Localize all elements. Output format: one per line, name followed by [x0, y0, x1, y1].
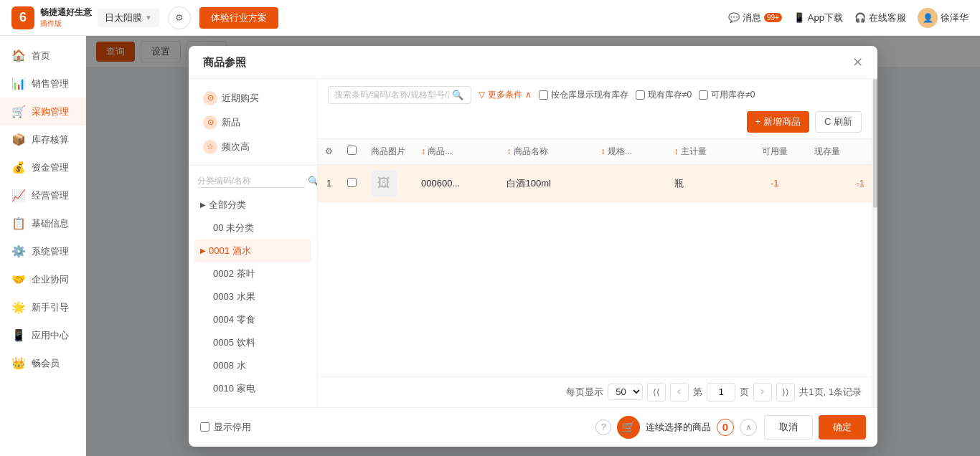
sidebar-item-finance[interactable]: 💰 资金管理 [0, 153, 85, 181]
more-filter-button[interactable]: ▽ 更多条件 ∧ [479, 89, 532, 101]
sidebar-item-system[interactable]: ⚙️ 系统管理 [0, 237, 85, 265]
pagination-bar: 每页显示 50 ⟨⟨ ﹤ 第 页 ﹥ ⟩⟩ 共1页, 1条记录 [318, 376, 872, 407]
basic-info-icon: 📋 [11, 217, 26, 230]
sidebar-item-basic-info[interactable]: 📋 基础信息 [0, 209, 85, 237]
col-spec: ↕ 规格... [594, 139, 667, 165]
customer-service-button[interactable]: 🎧 在线客服 [854, 11, 906, 24]
sidebar-item-label: 基础信息 [32, 217, 69, 230]
first-page-button[interactable]: ⟨⟨ [647, 383, 666, 402]
table-header-row: ⚙ 商品图片 ↕ 商品... [318, 139, 872, 165]
modal-scrollbar[interactable] [872, 79, 877, 407]
page-number-input[interactable] [707, 383, 735, 402]
sidebar-item-label: 采购管理 [32, 105, 69, 118]
page-label: 第 [693, 386, 702, 399]
sidebar-item-inventory[interactable]: 📦 库存核算 [0, 125, 85, 153]
product-search-box: 🔍 [328, 86, 471, 104]
modal-close-button[interactable]: ✕ [852, 56, 863, 69]
cat-0001-wine[interactable]: ▶ 0001 酒水 [194, 239, 311, 262]
sidebar-item-label: 经营管理 [32, 189, 69, 202]
cat-00-uncategorized[interactable]: 00 未分类 [194, 217, 311, 239]
filter-available-not-zero[interactable]: 可用库存≠0 [699, 89, 755, 101]
cat-0002-tea[interactable]: 0002 茶叶 [194, 262, 311, 285]
cancel-button[interactable]: 取消 [764, 415, 813, 440]
sales-icon: 📊 [11, 77, 26, 90]
footer-actions: 取消 确定 [764, 415, 866, 440]
header-right: 💬 消息 99+ 📱 App下载 🎧 在线客服 👤 徐泽华 [728, 8, 969, 28]
sidebar-item-guide[interactable]: 🌟 新手引导 [0, 293, 85, 321]
category-search-icon[interactable]: 🔍 [308, 176, 318, 186]
row-checkbox[interactable] [347, 178, 357, 187]
col-name: ↕ 商品名称 [499, 139, 593, 165]
category-search-input[interactable] [197, 174, 305, 188]
sidebar-item-enterprise[interactable]: 🤝 企业协同 [0, 265, 85, 293]
product-main-panel: 🔍 ▽ 更多条件 ∧ 按仓库显示现有库存 [318, 79, 872, 407]
sidebar-item-apps[interactable]: 📱 应用中心 [0, 321, 85, 349]
cat-0004-snack[interactable]: 0004 零食 [194, 308, 311, 331]
add-product-button[interactable]: + 新增商品 [747, 111, 809, 133]
row-stock-cell: -1 [807, 164, 872, 202]
product-thumbnail: 🖼 [371, 171, 397, 196]
product-search-icon[interactable]: 🔍 [452, 90, 463, 100]
sidebar-item-home[interactable]: 🏠 首页 [0, 42, 85, 70]
cart-collapse-button[interactable]: ∧ [740, 419, 757, 436]
cat-0003-fruit[interactable]: 0003 水果 [194, 285, 311, 308]
apps-icon: 📱 [11, 328, 26, 342]
cat-quick-new[interactable]: ⊙ 新品 [197, 110, 308, 135]
finance-icon: 💰 [11, 161, 26, 174]
warehouse-checkbox[interactable] [539, 90, 548, 100]
sidebar-item-operations[interactable]: 📈 经营管理 [0, 181, 85, 209]
store-selector[interactable]: 日太阳膜 ▼ [98, 9, 159, 27]
cat-quick-frequent[interactable]: ☆ 频次高 [197, 135, 308, 159]
settings-icon[interactable]: ⚙ [168, 6, 191, 29]
row-spec-cell [594, 164, 667, 202]
refresh-button[interactable]: C 刷新 [815, 111, 862, 133]
table-row[interactable]: 1 🖼 000600... [318, 164, 872, 202]
show-disabled-label[interactable]: 显示停用 [200, 421, 251, 434]
cat-all[interactable]: ▶ 全部分类 [194, 194, 311, 217]
next-page-button[interactable]: ﹥ [753, 383, 772, 402]
sidebar-item-label: 畅会员 [32, 357, 60, 370]
page-suffix-label: 页 [740, 386, 749, 399]
app-download-button[interactable]: 📱 App下载 [793, 11, 843, 24]
row-name-cell: 白酒100ml [499, 164, 593, 202]
sidebar-item-member[interactable]: 👑 畅会员 [0, 349, 85, 377]
show-disabled-checkbox[interactable] [200, 422, 209, 432]
trial-button[interactable]: 体验行业方案 [199, 7, 278, 29]
row-checkbox-cell [340, 164, 364, 202]
user-profile[interactable]: 👤 徐泽华 [918, 8, 969, 28]
product-search-input[interactable] [334, 90, 449, 100]
member-icon: 👑 [11, 356, 26, 370]
headset-icon: 🎧 [854, 12, 866, 23]
prev-page-button[interactable]: ﹤ [670, 383, 689, 402]
available-not-zero-checkbox[interactable] [699, 90, 708, 100]
top-header: 6 畅捷通好生意 插件版 日太阳膜 ▼ ⚙ 体验行业方案 💬 消息 99+ 📱 … [0, 0, 980, 36]
cat-quick-recent[interactable]: ⊙ 近期购买 [197, 86, 308, 110]
recent-icon: ⊙ [203, 91, 217, 105]
row-code-cell: 000600... [414, 164, 499, 202]
sidebar-collapse-button[interactable]: 《 [317, 229, 318, 257]
select-all-checkbox[interactable] [347, 146, 357, 155]
cart-icon[interactable]: 🛒 [617, 416, 640, 439]
row-image-cell: 🖼 [364, 164, 414, 202]
sidebar-item-label: 首页 [32, 49, 50, 62]
scroll-thumb[interactable] [873, 79, 877, 208]
messages-button[interactable]: 💬 消息 99+ [728, 11, 782, 24]
guide-icon: 🌟 [11, 300, 26, 314]
expand-arrow-icon: ▶ [200, 201, 206, 209]
message-icon: 💬 [728, 12, 740, 23]
last-page-button[interactable]: ⟩⟩ [776, 383, 795, 402]
filter-by-warehouse[interactable]: 按仓库显示现有库存 [539, 89, 628, 101]
app-logo: 6 [11, 6, 34, 29]
stock-not-zero-checkbox[interactable] [636, 90, 645, 100]
cat-0005-drink[interactable]: 0005 饮料 [194, 331, 311, 354]
cat-0010-appliance[interactable]: 0010 家电 [194, 377, 311, 400]
sidebar-item-label: 销售管理 [32, 77, 69, 90]
confirm-button[interactable]: 确定 [819, 415, 866, 440]
sidebar-item-purchase[interactable]: 🛒 采购管理 [0, 98, 85, 125]
cat-0008-water[interactable]: 0008 水 [194, 354, 311, 377]
sidebar-item-sales[interactable]: 📊 销售管理 [0, 70, 85, 98]
per-page-select[interactable]: 50 [608, 384, 643, 400]
filter-stock-not-zero[interactable]: 现有库存≠0 [636, 89, 692, 101]
row-unit-cell: 瓶 [667, 164, 743, 202]
help-icon[interactable]: ? [595, 419, 611, 435]
